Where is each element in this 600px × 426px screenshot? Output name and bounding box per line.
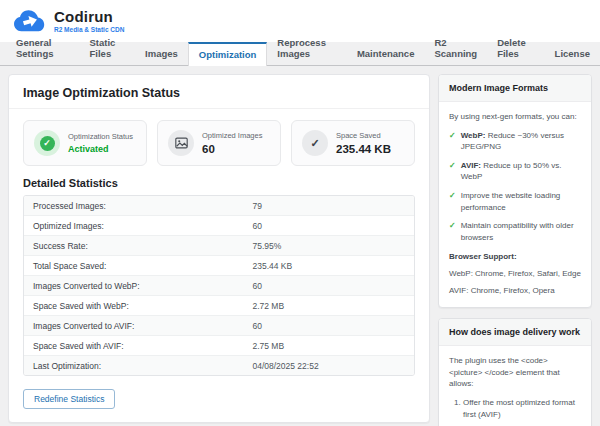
benefit-item: ✓ Improve the website loading performanc…: [449, 190, 581, 213]
main-column: Image Optimization Status ✓ Optimization…: [8, 74, 430, 426]
settings-tabbar: General Settings Static Files Images Opt…: [0, 42, 600, 66]
browser-support-label: Browser Support:: [449, 251, 581, 263]
table-row: Images Converted to WebP:60: [24, 275, 414, 295]
table-row: Success Rate:75.95%: [24, 235, 414, 255]
modern-image-formats-title: Modern Image Formats: [439, 75, 591, 102]
check-icon: ✓: [449, 160, 456, 183]
check-icon: ✓: [449, 130, 456, 153]
image-delivery-panel: How does image delivery work The plugin …: [438, 318, 592, 426]
tab-delete-files[interactable]: Delete Files: [487, 31, 544, 65]
optimization-status-card: Image Optimization Status ✓ Optimization…: [8, 74, 430, 423]
image-delivery-title: How does image delivery work: [439, 319, 591, 346]
benefit-item: ✓ AVIF: Reduce up to 50% vs. WebP: [449, 160, 581, 183]
tab-maintenance[interactable]: Maintenance: [347, 42, 425, 65]
status-check-circle-icon: ✓: [34, 130, 60, 156]
check-icon: ✓: [449, 220, 456, 243]
stat-label: Space Saved: [336, 131, 391, 140]
optimization-status-stat-card: ✓ Optimization Status Activated: [23, 120, 147, 166]
tab-images[interactable]: Images: [135, 42, 188, 65]
space-saved-stat-card: ✓ Space Saved 235.44 KB: [291, 120, 415, 166]
tab-r2-scanning[interactable]: R2 Scanning: [424, 31, 487, 65]
stat-value-space-saved: 235.44 KB: [336, 143, 391, 155]
sidebar: Modern Image Formats By using next-gen f…: [438, 74, 592, 426]
table-row: Space Saved with AVIF:2.75 MB: [24, 335, 414, 355]
check-icon: ✓: [449, 190, 456, 213]
app-title: Codirun: [54, 9, 124, 25]
delivery-step: Offer the most optimized format first (A…: [463, 397, 581, 420]
detailed-statistics-table: Processed Images:79 Optimized Images:60 …: [23, 195, 415, 376]
table-row: Last Optimization:04/08/2025 22:52: [24, 355, 414, 375]
content-area: Image Optimization Status ✓ Optimization…: [0, 66, 600, 426]
check-icon: ✓: [302, 130, 328, 156]
image-icon: [168, 130, 194, 156]
formats-intro: By using next-gen formats, you can:: [449, 111, 581, 123]
tab-license[interactable]: License: [545, 42, 600, 65]
stat-value-optimized-count: 60: [202, 143, 262, 155]
brand-block: Codirun R2 Media & Static CDN: [54, 9, 124, 33]
avif-support-line: AVIF: Chrome, Firefox, Opera: [449, 285, 581, 297]
table-row: Processed Images:79: [24, 196, 414, 215]
optimized-images-stat-card: Optimized Images 60: [157, 120, 281, 166]
table-row: Total Space Saved:235.44 KB: [24, 255, 414, 275]
stat-label: Optimized Images: [202, 131, 262, 140]
stat-label: Optimization Status: [68, 132, 133, 141]
benefit-item: ✓ WebP: Reduce ~30% versus JPEG/PNG: [449, 130, 581, 153]
status-summary-row: ✓ Optimization Status Activated: [9, 109, 429, 166]
delivery-intro: The plugin uses the <code> <picture> </c…: [449, 355, 581, 390]
stat-value-activated: Activated: [68, 144, 133, 154]
modern-image-formats-panel: Modern Image Formats By using next-gen f…: [438, 74, 592, 308]
tab-static-files[interactable]: Static Files: [80, 31, 136, 65]
optimization-status-title: Image Optimization Status: [9, 75, 429, 109]
table-row: Optimized Images:60: [24, 215, 414, 235]
redefine-statistics-button[interactable]: Redefine Statistics: [23, 389, 115, 409]
delivery-steps-list: Offer the most optimized format first (A…: [463, 397, 581, 426]
codirun-cloud-logo-icon: [13, 9, 46, 33]
tab-optimization[interactable]: Optimization: [188, 42, 268, 66]
benefit-item: ✓ Maintain compatibility with older brow…: [449, 220, 581, 243]
tab-reprocess-images[interactable]: Reprocess Images: [267, 31, 347, 65]
detailed-statistics-title: Detailed Statistics: [9, 166, 429, 195]
table-row: Images Converted to AVIF:60: [24, 315, 414, 335]
table-row: Space Saved with WebP:2.72 MB: [24, 295, 414, 315]
tab-general-settings[interactable]: General Settings: [6, 31, 80, 65]
webp-support-line: WebP: Chrome, Firefox, Safari, Edge: [449, 268, 581, 280]
